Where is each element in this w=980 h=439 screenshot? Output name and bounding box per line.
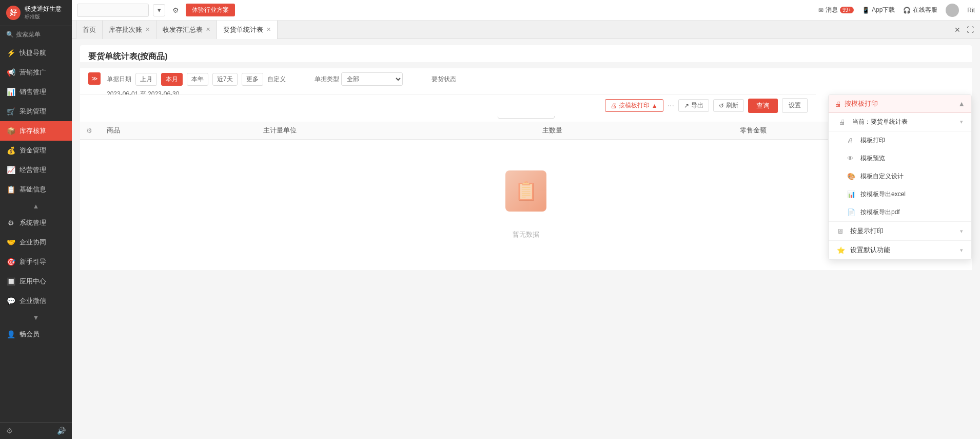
empty-icon xyxy=(500,170,552,222)
filter-expand-btn[interactable]: ≫ xyxy=(88,72,101,85)
sidebar-scroll-up[interactable]: ▲ xyxy=(0,199,72,213)
type-filter-select[interactable]: 全部 要货单 xyxy=(341,72,403,86)
footer-settings-icon[interactable]: ⚙ xyxy=(6,427,13,435)
online-service-label: 在线客服 xyxy=(913,6,937,14)
app-center-icon: 🔲 xyxy=(6,277,15,286)
tab-home[interactable]: 首页 xyxy=(76,21,103,39)
topbar-app-download[interactable]: 📱 App下载 xyxy=(862,6,895,14)
app-edition: 标准版 xyxy=(25,13,62,21)
tab-order-stats-close[interactable]: ✕ xyxy=(266,26,271,33)
date-btn-prev-month[interactable]: 上月 xyxy=(135,73,157,86)
window-close-btn[interactable]: ✕ xyxy=(952,25,963,35)
dropdown-item-export-excel[interactable]: 📊 按模板导出excel xyxy=(829,185,971,203)
member-icon: 👤 xyxy=(6,330,15,339)
template-custom-icon: 🎨 xyxy=(847,173,855,180)
sidebar-item-label: 资金管理 xyxy=(19,146,46,155)
export-excel-label: 按模板导出excel xyxy=(860,190,906,199)
finance-icon: 💰 xyxy=(6,146,15,155)
tab-inventory-batch-close[interactable]: ✕ xyxy=(145,26,150,33)
display-print-label: 按显示打印 xyxy=(850,226,884,236)
sidebar-item-collab[interactable]: 🤝 企业协同 xyxy=(0,233,72,252)
sidebar-item-guide[interactable]: 🎯 新手引导 xyxy=(0,252,72,272)
sidebar-item-finance[interactable]: 💰 资金管理 xyxy=(0,141,72,160)
messages-badge: 99+ xyxy=(840,7,854,13)
sidebar-item-purchase[interactable]: 🛒 采购管理 xyxy=(0,102,72,121)
dropdown-title-text: 按模板打印 xyxy=(845,99,878,108)
print-btn-label: 按模板打印 xyxy=(619,101,650,110)
template-print-icon: 🖨 xyxy=(847,137,855,144)
main-area: ▾ ⚙ 体验行业方案 ✉ 消息 99+ 📱 App下载 🎧 在线客服 Rit 首… xyxy=(72,0,980,439)
print-dropdown-panel: 🖨 按模板打印 ▲ 🖨 当前：要货单统计表 ▾ 🖨 模板打印 👁 模板预览 � xyxy=(828,94,972,260)
sidebar-item-system[interactable]: ⚙ 系统管理 xyxy=(0,213,72,233)
app-download-icon: 📱 xyxy=(862,7,870,14)
dropdown-item-default-func[interactable]: ⭐ 设置默认功能 ▾ xyxy=(829,241,971,259)
dropdown-item-export-pdf[interactable]: 📄 按模板导出pdf xyxy=(829,203,971,221)
action-bar: 🖨 按模板打印 ▲ ··· ↗ 导出 ↺ 刷新 查询 设置 xyxy=(80,94,816,116)
tab-inventory-batch[interactable]: 库存批次账 ✕ xyxy=(103,21,156,39)
sidebar-item-label: 企业协同 xyxy=(19,238,46,247)
topbar-messages[interactable]: ✉ 消息 99+ xyxy=(818,6,854,14)
dropdown-close-btn[interactable]: ▲ xyxy=(958,100,965,108)
sidebar-item-label: 销售管理 xyxy=(19,87,46,97)
sidebar-item-marketing[interactable]: 📢 营销推广 xyxy=(0,63,72,82)
sidebar-item-basic-info[interactable]: 📋 基础信息 xyxy=(0,180,72,199)
tab-order-stats-label: 要货单统计表 xyxy=(223,25,263,34)
sidebar-item-inventory[interactable]: 📦 库存核算 xyxy=(0,121,72,141)
btn-refresh[interactable]: ↺ 刷新 xyxy=(713,99,744,112)
headset-icon: 🎧 xyxy=(903,7,911,14)
sidebar-item-member[interactable]: 👤 畅会员 xyxy=(0,325,72,344)
table-col-gear: ⚙ xyxy=(80,122,101,140)
sidebar-item-wechat[interactable]: 💬 企业微信 xyxy=(0,291,72,311)
dropdown-item-template-print[interactable]: 🖨 模板打印 xyxy=(829,131,971,149)
sidebar-item-label: 库存核算 xyxy=(19,126,46,136)
sidebar-item-sales[interactable]: 📊 销售管理 xyxy=(0,82,72,102)
sidebar-scroll-down[interactable]: ▼ xyxy=(0,311,72,325)
btn-print[interactable]: 🖨 按模板打印 ▲ xyxy=(605,99,663,112)
sidebar-item-operations[interactable]: 📈 经营管理 xyxy=(0,160,72,180)
table-gear-icon[interactable]: ⚙ xyxy=(86,127,92,135)
dropdown-item-display-print[interactable]: 🖥 按显示打印 ▾ xyxy=(829,222,971,240)
sidebar: 好 畅捷通好生意 标准版 🔍 搜索菜单 ⚡ 快捷导航 📢 营销推广 📊 销售管理… xyxy=(0,0,72,439)
sidebar-search[interactable]: 🔍 搜索菜单 xyxy=(0,26,72,43)
footer-audio-icon[interactable]: 🔊 xyxy=(57,427,66,435)
template-preview-icon: 👁 xyxy=(847,155,855,162)
btn-export[interactable]: ↗ 导出 xyxy=(678,99,709,112)
topbar-online-service[interactable]: 🎧 在线客服 xyxy=(903,6,937,14)
topbar-avatar[interactable] xyxy=(946,4,959,17)
export-label: 导出 xyxy=(691,101,703,110)
sidebar-item-app-center[interactable]: 🔲 应用中心 xyxy=(0,272,72,291)
type-filter-label: 单据类型 xyxy=(315,75,339,84)
btn-query[interactable]: 查询 xyxy=(748,99,778,113)
default-func-icon: ⭐ xyxy=(837,246,845,254)
date-btn-current-month[interactable]: 本月 xyxy=(161,73,183,86)
sidebar-item-label: 企业微信 xyxy=(19,296,46,306)
btn-settings[interactable]: 设置 xyxy=(782,98,808,113)
sidebar-item-quick-nav[interactable]: ⚡ 快捷导航 xyxy=(0,43,72,63)
dropdown-panel-title: 🖨 按模板打印 xyxy=(835,99,878,108)
tab-order-stats[interactable]: 要货单统计表 ✕ xyxy=(217,21,278,39)
tab-receipt-summary-close[interactable]: ✕ xyxy=(206,26,210,33)
purchase-icon: 🛒 xyxy=(6,107,15,116)
topbar-dropdown-btn[interactable]: ▾ xyxy=(153,4,165,16)
more-icon[interactable]: ··· xyxy=(668,101,674,110)
date-btn-7days[interactable]: 近7天 xyxy=(212,73,238,86)
date-btn-more[interactable]: 更多 xyxy=(242,73,263,86)
basic-info-icon: 📋 xyxy=(6,185,15,194)
topbar-nav-input[interactable] xyxy=(77,4,149,17)
app-logo-icon: 好 xyxy=(6,6,21,20)
window-maximize-btn[interactable]: ⛶ xyxy=(965,25,976,35)
topbar-industry-btn[interactable]: 体验行业方案 xyxy=(186,4,235,16)
dropdown-item-template-custom[interactable]: 🎨 模板自定义设计 xyxy=(829,167,971,185)
topbar: ▾ ⚙ 体验行业方案 ✉ 消息 99+ 📱 App下载 🎧 在线客服 Rit xyxy=(72,0,980,21)
current-template-icon: 🖨 xyxy=(839,118,847,126)
date-btn-current-year[interactable]: 本年 xyxy=(187,73,208,86)
search-icon: 🔍 xyxy=(6,31,14,38)
sidebar-logo: 好 畅捷通好生意 标准版 xyxy=(0,0,72,26)
dropdown-item-template-preview[interactable]: 👁 模板预览 xyxy=(829,149,971,167)
tab-receipt-summary[interactable]: 收发存汇总表 ✕ xyxy=(156,21,217,39)
dropdown-current-template[interactable]: 🖨 当前：要货单统计表 ▾ xyxy=(829,113,971,131)
inventory-icon: 📦 xyxy=(6,126,15,136)
topbar-gear-btn[interactable]: ⚙ xyxy=(169,4,182,16)
system-icon: ⚙ xyxy=(6,218,15,227)
print-btn-arrow: ▲ xyxy=(652,102,658,109)
